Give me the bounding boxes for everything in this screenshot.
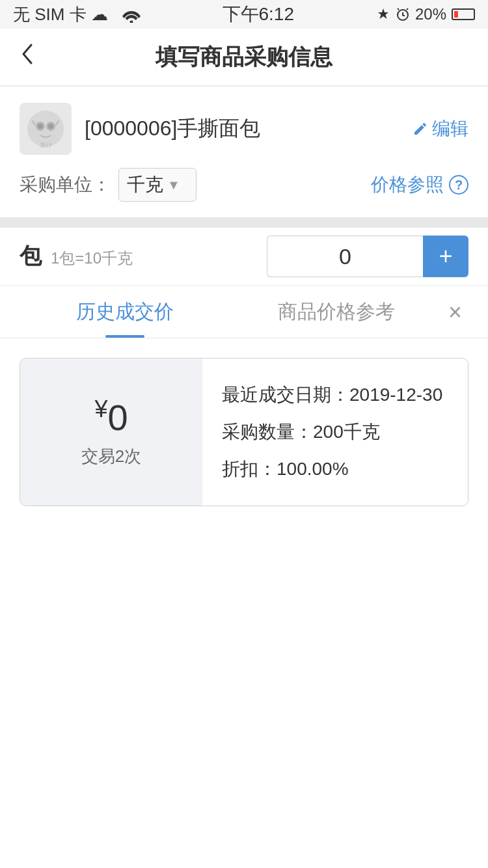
nav-bar: 填写商品采购信息 xyxy=(0,29,488,86)
price-card-right: 最近成交日期：2019-12-30 采购数量：200千克 折扣：100.00% xyxy=(202,359,468,506)
quantity-input-area: 0 + xyxy=(267,236,468,277)
svg-point-0 xyxy=(129,20,133,23)
tabs-container: 历史成交价 商品价格参考 × ¥0 交易2次 最近成交日期：2019-12-30… xyxy=(0,286,488,526)
back-button[interactable] xyxy=(20,36,42,78)
discount-row: 折扣：100.00% xyxy=(222,456,448,481)
status-time: 下午6:12 xyxy=(223,2,295,27)
chevron-down-icon: ▼ xyxy=(167,178,180,193)
edit-button[interactable]: 编辑 xyxy=(413,116,468,141)
unit-label: 采购单位： xyxy=(20,172,111,197)
section-divider xyxy=(0,217,488,228)
recent-date-row: 最近成交日期：2019-12-30 xyxy=(222,382,448,407)
quantity-plus-button[interactable]: + xyxy=(423,236,468,277)
price-display: ¥0 xyxy=(94,396,128,439)
purchase-qty-row: 采购数量：200千克 xyxy=(222,419,448,444)
edit-icon xyxy=(413,121,428,137)
svg-line-4 xyxy=(398,8,399,10)
product-name: [0000006]手撕面包 xyxy=(85,115,260,143)
battery-icon xyxy=(452,8,475,20)
white-space xyxy=(0,526,488,868)
price-card: ¥0 交易2次 最近成交日期：2019-12-30 采购数量：200千克 折扣：… xyxy=(20,358,468,506)
status-indicators: 20% xyxy=(376,5,475,23)
price-value: 0 xyxy=(107,397,128,438)
currency-symbol: ¥ xyxy=(94,396,107,422)
tabs-header: 历史成交价 商品价格参考 × xyxy=(0,286,488,338)
status-bar: 无 SIM 卡 ☁ 下午6:12 20% xyxy=(0,0,488,29)
status-carrier: 无 SIM 卡 ☁ xyxy=(13,3,141,26)
tab-product-price-ref[interactable]: 商品价格参考 xyxy=(230,286,441,338)
quantity-unit: 包 xyxy=(20,241,42,271)
close-button[interactable]: × xyxy=(442,294,468,331)
svg-text:数计: 数计 xyxy=(40,142,52,148)
svg-line-5 xyxy=(407,8,408,10)
location-icon xyxy=(376,7,390,21)
price-ref-button[interactable]: 价格参照 ? xyxy=(371,172,468,197)
quantity-input[interactable]: 0 xyxy=(267,236,423,277)
price-card-left: ¥0 交易2次 xyxy=(20,359,202,506)
battery-percent: 20% xyxy=(415,5,446,23)
quantity-row: 包 1包=10千克 0 + xyxy=(0,228,488,285)
svg-point-10 xyxy=(48,124,53,129)
trade-count: 交易2次 xyxy=(81,445,141,468)
tab-history-price[interactable]: 历史成交价 xyxy=(20,286,230,338)
quantity-unit-hint: 1包=10千克 xyxy=(51,248,133,269)
product-section: 数计 [0000006]手撕面包 编辑 采购单位： 千克 ▼ 价格参照 ? xyxy=(0,87,488,217)
svg-point-9 xyxy=(38,124,43,129)
unit-select[interactable]: 千克 ▼ xyxy=(118,168,197,202)
alarm-icon xyxy=(396,7,410,21)
card-content: ¥0 交易2次 最近成交日期：2019-12-30 采购数量：200千克 折扣：… xyxy=(0,338,488,526)
info-icon: ? xyxy=(449,175,468,195)
product-thumbnail: 数计 xyxy=(20,103,72,155)
page-title: 填写商品采购信息 xyxy=(156,42,332,72)
product-logo: 数计 xyxy=(26,109,65,148)
